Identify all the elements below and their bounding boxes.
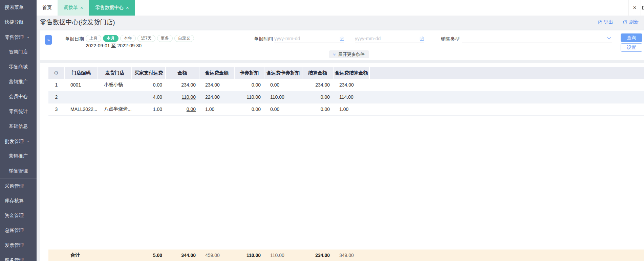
refresh-label: 刷新 — [629, 19, 639, 25]
table-row: 24.00110.00224.00110.00110.000.00114.00 — [48, 91, 644, 103]
sidebar-item-批发管理[interactable]: 批发管理▲ — [0, 134, 37, 149]
refresh-button[interactable]: 刷新 — [623, 19, 639, 25]
date-option-本月[interactable]: 本月 — [103, 35, 119, 42]
sidebar-item-label: 资金管理 — [5, 213, 24, 219]
date-option-更多[interactable]: 更多 — [157, 35, 173, 42]
table-header-row: ⚙门店编码发货门店买家支付运费金额含运费金额卡券折扣含运费卡券折扣结算金额含运费… — [48, 67, 644, 79]
time-from-input[interactable] — [274, 36, 340, 41]
sidebar-item-资金管理[interactable]: 资金管理 — [0, 208, 37, 223]
range-separator: — — [347, 36, 352, 41]
sidebar-item-快捷导航[interactable]: 快捷导航 — [0, 15, 37, 30]
sidebar-item-零售统计[interactable]: 零售统计 — [0, 104, 37, 119]
table-cell: MALL2022... — [64, 103, 98, 115]
sale-type-select[interactable] — [462, 34, 612, 43]
column-header-含运费卡券折扣: 含运费卡券折扣 — [264, 67, 302, 79]
summary-cell — [98, 250, 132, 261]
sidebar-item-label: 智慧门店 — [9, 49, 28, 55]
table-cell: 224.00 — [199, 91, 234, 103]
time-to-input[interactable] — [355, 36, 420, 41]
close-window-button[interactable]: × — [628, 0, 641, 16]
calendar-icon[interactable] — [340, 36, 344, 41]
sidebar-item-库存核算[interactable]: 库存核算 — [0, 193, 37, 208]
sidebar-item-零售商城[interactable]: 零售商城 — [0, 60, 37, 74]
app-window: 搜索菜单快捷导航零售管理▲智慧门店零售商城营销推广会员中心零售统计基础信息批发管… — [0, 0, 644, 261]
summary-cell: 344.00 — [166, 250, 199, 261]
settings-button[interactable]: 设置 — [621, 43, 642, 52]
table-cell: 0.00 — [234, 103, 264, 115]
table-cell: 110.00 — [166, 91, 199, 103]
query-button[interactable]: 查询 — [621, 33, 642, 42]
date-option-上月[interactable]: 上月 — [86, 35, 101, 42]
time-filter-label: 单据时间 — [254, 36, 273, 42]
time-to-field — [355, 34, 424, 43]
spacer — [37, 60, 644, 63]
date-option-近7天[interactable]: 近7天 — [137, 35, 155, 42]
tab-零售数据中心[interactable]: 零售数据中心× — [89, 0, 135, 16]
summary-cell: 459.00 — [199, 250, 234, 261]
summary-cell: 234.00 — [302, 250, 333, 261]
calendar-icon[interactable] — [420, 36, 424, 41]
sidebar-item-税务管理[interactable]: 税务管理 — [0, 253, 37, 261]
table-cell: 234.00 — [302, 79, 333, 91]
column-header-filler — [369, 67, 644, 79]
date-option-自定义[interactable]: 自定义 — [174, 35, 194, 42]
sidebar-item-智慧门店[interactable]: 智慧门店 — [0, 45, 37, 60]
title-bar: 零售数据中心(按发货门店) 导出 刷新 — [37, 16, 644, 29]
table-cell: 0.00 — [166, 103, 199, 115]
sidebar-item-营销推广[interactable]: 营销推广 — [0, 74, 37, 89]
amount-link[interactable]: 0.00 — [187, 106, 196, 112]
sidebar-item-发票管理[interactable]: 发票管理 — [0, 238, 37, 253]
summary-cell: 349.00 — [333, 250, 369, 261]
table-cell: 234.00 — [333, 79, 369, 91]
tab-调拨单[interactable]: 调拨单× — [58, 0, 89, 16]
amount-link[interactable]: 234.00 — [181, 82, 196, 88]
export-button[interactable]: 导出 — [597, 19, 613, 25]
summary-label: 合计 — [64, 250, 98, 261]
fullscreen-button[interactable] — [641, 0, 644, 16]
tab-close-icon[interactable]: × — [80, 5, 83, 10]
sidebar-item-label: 总账管理 — [5, 228, 24, 234]
sidebar-item-搜索菜单[interactable]: 搜索菜单 — [0, 0, 37, 15]
table-cell: 234.00 — [166, 79, 199, 91]
amount-link[interactable]: 110.00 — [181, 94, 196, 100]
summary-cell: 5.00 — [132, 250, 166, 261]
summary-total-row: 合计5.00344.00459.00110.00110.00234.00349.… — [48, 250, 644, 261]
tab-首页[interactable]: 首页 — [37, 0, 58, 16]
table-cell: 小畅小畅 — [98, 79, 132, 91]
time-from-field — [274, 34, 344, 43]
table-row: 10001小畅小畅0.00234.00234.000.000.00234.002… — [48, 79, 644, 91]
sidebar-item-销售管理[interactable]: 销售管理 — [0, 164, 37, 179]
gear-icon[interactable]: ⚙ — [54, 70, 58, 76]
sidebar-item-label: 零售商城 — [9, 64, 28, 70]
summary-cell: 110.00 — [264, 250, 302, 261]
date-option-本年[interactable]: 本年 — [120, 35, 136, 42]
sale-type-label: 销售类型 — [441, 36, 460, 42]
table-cell-filler — [369, 79, 644, 91]
refresh-icon — [623, 20, 627, 25]
tab-label: 零售数据中心 — [95, 5, 124, 11]
sidebar-item-总账管理[interactable]: 总账管理 — [0, 223, 37, 238]
double-chevron-right-icon: » — [47, 38, 49, 43]
tab-label: 调拨单 — [64, 5, 78, 11]
sidebar-item-label: 营销推广 — [9, 79, 28, 85]
date-range-options: 上月本月本年近7天更多自定义 — [86, 35, 194, 42]
collapse-filter-button[interactable]: » — [45, 35, 52, 45]
sidebar-item-label: 搜索菜单 — [5, 4, 24, 10]
table-cell: 0.00 — [132, 79, 166, 91]
sidebar-item-会员中心[interactable]: 会员中心 — [0, 89, 37, 104]
sidebar-item-零售管理[interactable]: 零售管理▲ — [0, 30, 37, 45]
table-cell: 110.00 — [234, 91, 264, 103]
sidebar-item-label: 税务管理 — [5, 257, 24, 261]
table-cell: 0.00 — [264, 103, 302, 115]
title-actions: 导出 刷新 — [597, 19, 639, 25]
sidebar-item-基础信息[interactable]: 基础信息 — [0, 119, 37, 134]
tab-close-icon[interactable]: × — [126, 5, 129, 10]
sidebar-item-营销推广[interactable]: 营销推广 — [0, 149, 37, 164]
sidebar-item-采购管理[interactable]: 采购管理 — [0, 179, 37, 193]
export-icon — [597, 20, 602, 25]
table-cell: 1 — [48, 79, 64, 91]
column-header-买家支付运费: 买家支付运费 — [132, 67, 166, 79]
fullscreen-icon — [642, 6, 644, 9]
expand-more-button[interactable]: » 展开更多条件 — [329, 50, 369, 58]
table-cell — [98, 91, 132, 103]
